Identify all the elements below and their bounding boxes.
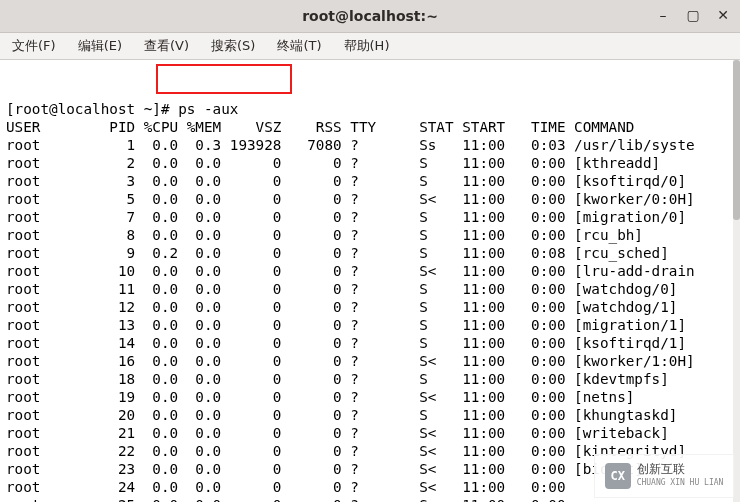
menu-item-view[interactable]: 查看(V) (138, 35, 195, 57)
menu-item-help[interactable]: 帮助(H) (338, 35, 396, 57)
window-title: root@localhost:~ (0, 8, 740, 24)
menu-item-edit[interactable]: 编辑(E) (72, 35, 128, 57)
window-titlebar: root@localhost:~ – ▢ ✕ (0, 0, 740, 33)
minimize-button[interactable]: – (652, 4, 674, 26)
scrollbar-thumb[interactable] (733, 60, 740, 220)
maximize-button[interactable]: ▢ (682, 4, 704, 26)
watermark-logo: CX 创新互联 CHUANG XIN HU LIAN (594, 454, 734, 498)
watermark-line1: 创新互联 (637, 462, 724, 476)
terminal-area[interactable]: [root@localhost ~]# ps -aux USER PID %CP… (0, 60, 740, 502)
window-controls: – ▢ ✕ (652, 4, 734, 26)
watermark-icon: CX (605, 463, 631, 489)
menu-item-search[interactable]: 搜索(S) (205, 35, 261, 57)
watermark-line2: CHUANG XIN HU LIAN (637, 476, 724, 490)
terminal-output: [root@localhost ~]# ps -aux USER PID %CP… (6, 100, 734, 502)
menubar: 文件(F)编辑(E)查看(V)搜索(S)终端(T)帮助(H) (0, 33, 740, 60)
command-highlight-box (156, 64, 292, 94)
close-button[interactable]: ✕ (712, 4, 734, 26)
menu-item-file[interactable]: 文件(F) (6, 35, 62, 57)
watermark-text: 创新互联 CHUANG XIN HU LIAN (637, 462, 724, 490)
scrollbar-track[interactable] (733, 60, 740, 502)
menu-item-terminal[interactable]: 终端(T) (271, 35, 327, 57)
